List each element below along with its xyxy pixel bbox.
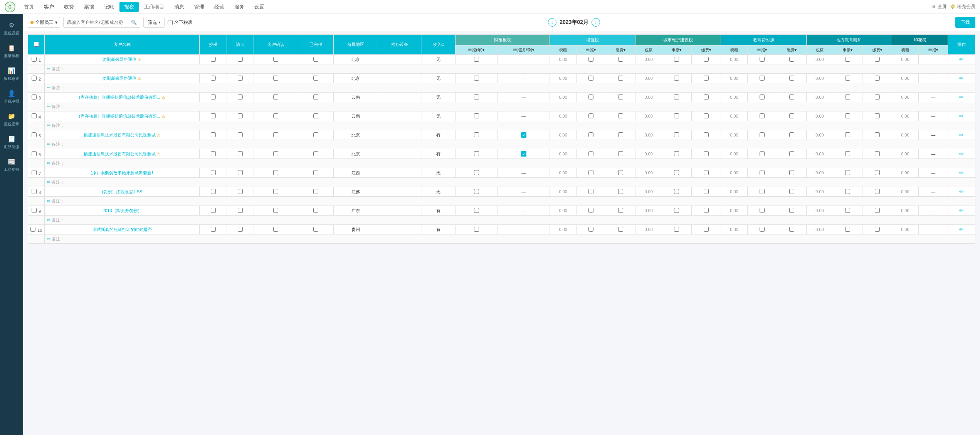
sidebar-item-baoshuizonglan[interactable]: 📊 报税总览	[0, 62, 23, 85]
th-shouru: 收入C	[422, 35, 455, 55]
nav-item-收费[interactable]: 收费	[59, 2, 79, 12]
cell-caozuo: ✏	[948, 225, 975, 234]
sidebar-label-geshuishenbao: 个税申报	[4, 99, 19, 104]
sidebar-item-piliangbaoshui[interactable]: 📋 批量报税	[0, 40, 23, 62]
row-checkbox[interactable]	[32, 113, 37, 118]
nav-item-票据[interactable]: 票据	[79, 2, 99, 12]
cell-zengzhi_jf	[606, 130, 635, 140]
client-name-link[interactable]: (勿删）江西股宝-LSS	[102, 189, 142, 194]
cell-difang-e: 0.00	[806, 74, 833, 83]
edit-icon[interactable]: ✏	[959, 226, 964, 233]
nav-item-消息[interactable]: 消息	[170, 2, 189, 12]
row-checkbox[interactable]	[32, 170, 37, 175]
edit-icon[interactable]: ✏	[959, 207, 964, 214]
main-table: 客户名称 抄税 清卡 客户确认 已完税 所属地区 抱怨设备 收入C 财报报表 增…	[28, 34, 975, 244]
client-name-link[interactable]: 2013（陶美芳勿删）	[103, 208, 141, 213]
edit-icon[interactable]: ✏	[959, 170, 964, 176]
note-row: ✏ 备注：	[28, 197, 975, 206]
cell-chengshi-e: 0.00	[635, 149, 662, 159]
cell-jiaoyu-e: 0.00	[721, 206, 747, 216]
edit-icon[interactable]: ✏	[959, 151, 964, 157]
filter-button[interactable]: 筛选 ▾	[143, 17, 165, 28]
cell-region: 江苏	[334, 187, 378, 197]
cell-difang-e: 0.00	[806, 187, 833, 197]
sidebar-item-geshuishenbaob[interactable]: 👤 个税申报	[0, 85, 23, 108]
nav-item-服务[interactable]: 服务	[230, 2, 249, 12]
fullscreen-btn[interactable]: 🖥 全屏	[931, 3, 946, 10]
note-pencil-icon: ✏	[47, 66, 50, 71]
date-nav: ‹ 2023年02月 ›	[548, 18, 600, 27]
edit-icon[interactable]: ✏	[959, 75, 964, 81]
row-checkbox[interactable]	[32, 94, 37, 99]
edit-icon[interactable]: ✏	[959, 56, 964, 62]
sidebar-item-baoshuishezhi[interactable]: ⚙ 报税设置	[0, 17, 23, 40]
nav-item-设置[interactable]: 设置	[250, 2, 269, 12]
member-btn[interactable]: 🌾 稻壳会员	[950, 3, 975, 10]
prev-month-button[interactable]: ‹	[548, 18, 556, 27]
employee-filter[interactable]: 全部员工 ▾	[28, 17, 60, 28]
cell-income: 有	[422, 225, 455, 234]
cell-jiaoyu_sb	[748, 130, 777, 140]
cell-chengshi_sb	[662, 55, 691, 64]
next-month-button[interactable]: ›	[592, 18, 600, 27]
cell-zengzhi-e: 0.00	[550, 149, 577, 159]
cell-no: 4	[28, 111, 45, 121]
th-group-zengzhi: 增值税	[550, 35, 635, 46]
named-filter-checkbox[interactable]	[168, 20, 173, 25]
select-all-checkbox[interactable]	[34, 42, 39, 47]
cell-caibao-nian	[455, 187, 498, 197]
named-filter-label[interactable]: 名下税表	[168, 19, 193, 26]
sidebar-item-gongshangnianbao[interactable]: 📰 工商年报	[0, 153, 23, 176]
settings-icon: ⚙	[7, 21, 16, 29]
edit-icon[interactable]: ✏	[959, 94, 964, 100]
client-name-link[interactable]: (库存核算）直播畅捷通信息技术股份有限...	[79, 114, 160, 118]
row-checkbox[interactable]	[32, 57, 37, 62]
cell-qingka	[227, 55, 254, 64]
row-checkbox[interactable]	[32, 208, 37, 213]
row-checkbox[interactable]	[30, 227, 35, 232]
th-group-yinshua: 印花税	[892, 35, 948, 46]
cell-shebei	[378, 74, 422, 83]
nav-item-记账[interactable]: 记账	[99, 2, 119, 12]
note-no	[28, 197, 45, 206]
nav-item-首页[interactable]: 首页	[19, 2, 39, 12]
client-name-link[interactable]: 畅捷通信息技术股份有限公司民珠测试	[84, 133, 156, 137]
note-label: 备注：	[52, 218, 64, 222]
edit-icon[interactable]: ✏	[959, 189, 964, 195]
download-button[interactable]: 下载	[955, 17, 975, 28]
client-name-link[interactable]: (原）误删勿改李艳牙测试斯套新1	[91, 170, 154, 175]
table-row: 5畅捷通信息技术股份有限公司民珠测试 ⚠北京有✓0.000.000.000.00…	[28, 130, 975, 140]
client-name-link[interactable]: 勿删新锐网络通信	[103, 57, 136, 62]
note-pencil-icon: ✏	[47, 85, 50, 90]
nav-item-客户[interactable]: 客户	[39, 2, 59, 12]
th-chengshi-sb: 申报▾	[662, 46, 691, 55]
row-checkbox[interactable]	[32, 132, 37, 137]
cell-region: 北京	[334, 130, 378, 140]
note-pencil-icon: ✏	[47, 104, 50, 109]
row-checkbox[interactable]	[32, 76, 37, 81]
edit-icon[interactable]: ✏	[959, 132, 964, 138]
search-input[interactable]	[67, 20, 129, 25]
cell-queren	[254, 111, 298, 121]
th-zengzhi-jf: 缴费▾	[606, 46, 635, 55]
row-checkbox[interactable]	[32, 189, 37, 194]
cell-difang_sb	[833, 149, 862, 159]
row-checkbox[interactable]	[32, 151, 37, 156]
client-name-link[interactable]: 测试斯套的凭证打印的时候是否	[92, 227, 152, 232]
nav-item-工商项目[interactable]: 工商项目	[140, 2, 169, 12]
table-row: 8(勿删）江西股宝-LSS江苏无—0.000.000.000.000.00—✏	[28, 187, 975, 197]
sidebar-item-baoshuijilu[interactable]: 📁 报税记录	[0, 108, 23, 131]
nav-item-管理[interactable]: 管理	[190, 2, 209, 12]
client-name-link[interactable]: 勿删新锐网络通信	[103, 76, 136, 81]
cell-chengshi_jf	[691, 168, 721, 178]
edit-icon[interactable]: ✏	[959, 113, 964, 119]
sidebar-item-huisuanqingjiao[interactable]: 🧾 汇算清缴	[0, 131, 23, 153]
batch-icon: 📋	[7, 44, 16, 52]
cell-zengzhi_sb	[577, 168, 606, 178]
nav-item-经营[interactable]: 经营	[210, 2, 229, 12]
note-cell: ✏ 备注：	[45, 140, 975, 149]
client-name-link[interactable]: (库存核算）直播畅捷通信息技术股份有限...	[79, 95, 160, 99]
client-name-link[interactable]: 畅捷通信息技术股份有限公司民珠测试	[84, 152, 156, 156]
cell-queren	[254, 206, 298, 216]
nav-item-报税[interactable]: 报税	[119, 2, 139, 12]
